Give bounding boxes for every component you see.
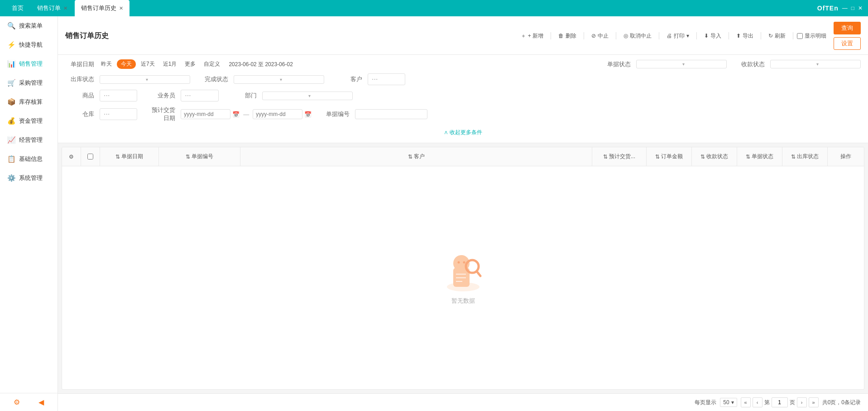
doc-number-input[interactable] xyxy=(355,109,427,119)
date-label: 单据日期 xyxy=(65,60,98,68)
content-area: 销售订单历史 ＋ + 新增 🗑 删除 ⊘ 中止 xyxy=(58,16,868,411)
page-number-input[interactable] xyxy=(772,397,788,407)
th-doc-status[interactable]: ⇅ 单据状态 xyxy=(737,147,782,166)
table-area: ⚙ ⇅ 单据日期 ⇅ 单据编号 ⇅ 客户 ⇅ xyxy=(62,147,864,390)
cancel-stop-button[interactable]: ◎ 取消中止 xyxy=(620,30,655,42)
toolbar: ＋ + 新增 🗑 删除 ⊘ 中止 ◎ xyxy=(517,22,861,50)
per-page-select[interactable]: 50 ▾ xyxy=(720,398,737,407)
baseinfo-icon: 📋 xyxy=(7,155,15,163)
date-btn-7days[interactable]: 近7天 xyxy=(138,59,158,69)
tab-home[interactable]: 首页 xyxy=(5,0,30,16)
sidebar-collapse-btn[interactable]: ◀ xyxy=(38,398,44,406)
sort-icon-customer: ⇅ xyxy=(408,154,412,160)
sidebar-item-finance[interactable]: 💰 资金管理 xyxy=(0,111,58,131)
th-amount[interactable]: ⇅ 订单金额 xyxy=(647,147,692,166)
date-btn-custom[interactable]: 自定义 xyxy=(201,59,223,69)
window-close[interactable]: ✕ xyxy=(858,5,863,11)
print-icon: 🖨 xyxy=(667,33,672,39)
delivery-date-to-calendar-icon[interactable]: 📅 xyxy=(304,111,312,118)
sidebar-item-purchase[interactable]: 🛒 采购管理 xyxy=(0,73,58,92)
svg-point-3 xyxy=(457,261,460,264)
divider-5 xyxy=(696,32,697,39)
customer-picker[interactable]: ··· xyxy=(368,73,405,85)
sort-icon-delivery: ⇅ xyxy=(603,154,608,160)
sidebar-item-purchase-label: 采购管理 xyxy=(19,79,43,87)
new-button[interactable]: ＋ + 新增 xyxy=(517,30,547,42)
export-button[interactable]: ⬆ 导出 xyxy=(733,30,757,42)
last-page-button[interactable]: » xyxy=(809,397,819,407)
tab-sales-order-close[interactable]: ✕ xyxy=(63,5,67,11)
sidebar-item-quicknav[interactable]: ⚡ 快捷导航 xyxy=(0,35,58,54)
product-picker[interactable]: ··· xyxy=(100,90,137,102)
complete-status-arrow: ▾ xyxy=(280,77,320,82)
sidebar-settings-btn[interactable]: ⚙ xyxy=(14,398,20,406)
payment-status-select[interactable]: ▾ xyxy=(770,60,861,68)
date-btn-more[interactable]: 更多 xyxy=(182,59,199,69)
collapse-filters-btn[interactable]: ∧ 收起更多条件 xyxy=(65,127,861,138)
page-suffix: 页 xyxy=(790,399,795,406)
page-title: 销售订单历史 xyxy=(65,31,109,41)
export-icon: ⬆ xyxy=(736,33,741,39)
outbound-status-select[interactable]: ▾ xyxy=(100,75,190,84)
window-minimize[interactable]: — xyxy=(842,5,848,11)
last-page-icon: » xyxy=(812,400,815,405)
table-settings-icon[interactable]: ⚙ xyxy=(69,154,74,160)
department-label: 部门 xyxy=(228,92,260,100)
warehouse-picker[interactable]: ··· xyxy=(100,108,137,120)
sidebar-item-operations[interactable]: 📈 经营管理 xyxy=(0,131,58,150)
th-code[interactable]: ⇅ 单据编号 xyxy=(159,147,240,166)
tab-sales-order-history-close[interactable]: ✕ xyxy=(119,5,123,11)
delivery-date-from[interactable] xyxy=(181,109,230,119)
divider-7 xyxy=(761,32,761,39)
sidebar-item-search-label: 搜索菜单 xyxy=(19,22,43,30)
prev-page-icon: ‹ xyxy=(757,400,758,405)
delivery-date-to[interactable] xyxy=(253,109,302,119)
complete-status-select[interactable]: ▾ xyxy=(234,75,324,84)
sort-icon-receipt: ⇅ xyxy=(700,154,705,160)
filter-row-2: 出库状态 ▾ 完成状态 ▾ 客户 ··· xyxy=(65,73,861,85)
th-date[interactable]: ⇅ 单据日期 xyxy=(100,147,159,166)
first-page-button[interactable]: « xyxy=(741,397,751,407)
sidebar-item-finance-label: 资金管理 xyxy=(19,117,43,125)
department-select[interactable]: ▾ xyxy=(262,92,353,100)
department-arrow: ▾ xyxy=(308,93,349,98)
query-button[interactable]: 查询 xyxy=(834,22,861,34)
tab-sales-order[interactable]: 销售订单 ✕ xyxy=(31,0,74,16)
th-settings[interactable]: ⚙ xyxy=(62,147,81,166)
system-icon: ⚙️ xyxy=(7,174,15,182)
sidebar-item-sales[interactable]: 📊 销售管理 xyxy=(0,54,58,73)
cancel-stop-icon: ◎ xyxy=(623,33,628,39)
th-check[interactable] xyxy=(81,147,100,166)
th-customer[interactable]: ⇅ 客户 xyxy=(240,147,592,166)
settings-button[interactable]: 设置 xyxy=(834,37,861,50)
th-outbound-status[interactable]: ⇅ 出库状态 xyxy=(782,147,828,166)
th-receipt-status[interactable]: ⇅ 收款状态 xyxy=(692,147,737,166)
tab-sales-order-history[interactable]: 销售订单历史 ✕ xyxy=(75,0,129,16)
show-detail-checkbox-label[interactable]: 显示明细 xyxy=(797,32,826,40)
tab-sales-order-label: 销售订单 xyxy=(37,4,61,12)
salesperson-picker[interactable]: ··· xyxy=(181,90,218,102)
select-all-checkbox[interactable] xyxy=(87,154,93,160)
next-page-button[interactable]: › xyxy=(797,397,807,407)
window-restore[interactable]: □ xyxy=(851,5,854,11)
receipt-status-select[interactable]: ▾ xyxy=(636,60,727,68)
stop-button[interactable]: ⊘ 中止 xyxy=(588,30,612,42)
delivery-date-from-calendar-icon[interactable]: 📅 xyxy=(232,111,240,118)
sidebar-item-inventory[interactable]: 📦 库存核算 xyxy=(0,92,58,111)
import-button[interactable]: ⬇ 导入 xyxy=(700,30,725,42)
prev-page-button[interactable]: ‹ xyxy=(753,397,762,407)
refresh-button[interactable]: ↻ 刷新 xyxy=(765,30,789,42)
table-header: ⚙ ⇅ 单据日期 ⇅ 单据编号 ⇅ 客户 ⇅ xyxy=(62,147,864,166)
filter-area: 单据日期 昨天 今天 近7天 近1月 更多 自定义 2023-06-02 至 2… xyxy=(58,55,868,143)
date-btn-1month[interactable]: 近1月 xyxy=(160,59,180,69)
date-btn-today[interactable]: 今天 xyxy=(117,59,136,69)
purchase-icon: 🛒 xyxy=(7,79,15,87)
delete-button[interactable]: 🗑 删除 xyxy=(555,30,580,42)
sidebar-item-search[interactable]: 🔍 搜索菜单 xyxy=(0,16,58,35)
date-btn-yesterday[interactable]: 昨天 xyxy=(98,59,115,69)
sidebar-item-system[interactable]: ⚙️ 系统管理 xyxy=(0,169,58,188)
sidebar-item-baseinfo[interactable]: 📋 基础信息 xyxy=(0,150,58,169)
th-delivery[interactable]: ⇅ 预计交货... xyxy=(592,147,647,166)
show-detail-checkbox[interactable] xyxy=(797,33,803,39)
print-button[interactable]: 🖨 打印 ▾ xyxy=(663,30,693,42)
